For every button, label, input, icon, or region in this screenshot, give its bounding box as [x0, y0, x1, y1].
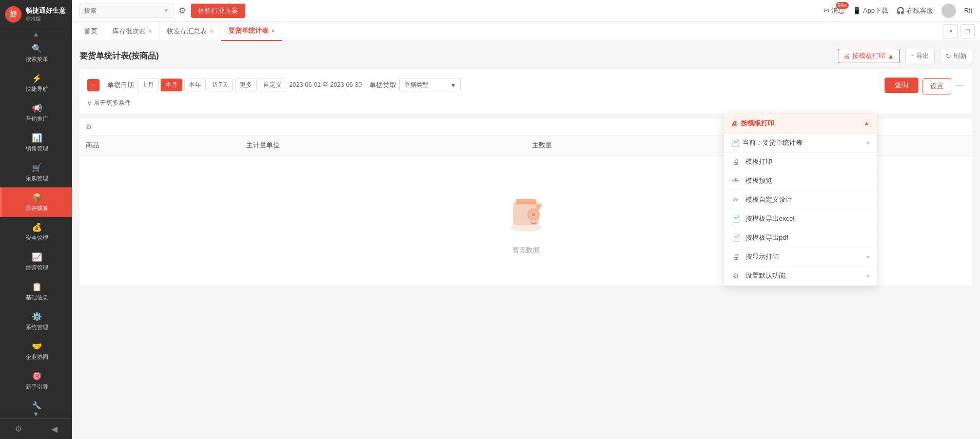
more-options-icon[interactable]: ⋯ [955, 80, 965, 91]
logo-text: 畅捷通好生意 标准版 [26, 6, 66, 23]
svg-point-8 [539, 203, 542, 206]
dropdown-header-actions: ▲ [864, 120, 870, 127]
display-print-item[interactable]: 🖨 按显示打印 ▾ [724, 247, 877, 266]
username-label: Rit [964, 7, 972, 14]
sidebar-item-marketing[interactable]: 📢 营销推广 [0, 98, 72, 128]
col-quantity: 主数量 [526, 136, 728, 156]
tab-maximize-btn[interactable]: □ [961, 24, 975, 39]
table-settings-icon[interactable]: ⚙ [86, 123, 92, 131]
sidebar-bottom: ⚙ ◀ [0, 418, 72, 439]
dropdown-header: 🖨 按模板打印 ▲ [724, 113, 877, 133]
filter-right-actions: 查询 设置 ⋯ [885, 75, 965, 94]
template-print-item[interactable]: 🖨 模板打印 [724, 152, 877, 171]
sidebar-scroll-down[interactable]: ▼ [0, 409, 72, 418]
app-download-btn[interactable]: 📱 App下载 [853, 6, 888, 15]
page-header: 要货单统计表(按商品) 🖨 按模板打印 ▲ ↑ 导出 ↻ 刷新 [80, 49, 972, 63]
export-btn[interactable]: ↑ 导出 [905, 49, 935, 63]
search-input[interactable] [84, 7, 161, 14]
trial-btn[interactable]: 体验行业方案 [191, 4, 245, 18]
page-content: 要货单统计表(按商品) 🖨 按模板打印 ▲ ↑ 导出 ↻ 刷新 [72, 41, 980, 439]
sidebar-item-inventory[interactable]: 📦 库存核算 [0, 187, 72, 217]
tab-batch-account-close[interactable]: × [149, 28, 152, 34]
default-func-icon: ⚙ [731, 272, 740, 280]
enterprise-icon: 🤝 [32, 341, 42, 351]
template-preview-icon: 👁 [731, 177, 740, 185]
date-this-year-btn[interactable]: 本年 [184, 79, 206, 91]
topbar-gear-icon[interactable]: ⚙ [179, 6, 186, 15]
tab-bar: 首页 库存批次账 × 收发存汇总表 × 要货单统计表 × × □ [72, 22, 980, 41]
date-range-label: 2023-06-01 至 2023-06-30 [289, 81, 362, 89]
filter-bar: › 单据日期 上月 本月 本年 近7天 更多 自定义 2023-06-01 至 … [80, 69, 972, 113]
sidebar-scroll-up[interactable]: ▲ [0, 29, 72, 39]
topbar-right: ✉ 消息 99+ 📱 App下载 🎧 在线客服 Rit [824, 4, 972, 18]
message-btn[interactable]: ✉ 消息 99+ [824, 6, 845, 15]
default-func-item[interactable]: ⚙ 设置默认功能 ▾ [724, 266, 877, 285]
search-dropdown-icon[interactable]: ▼ [164, 8, 169, 13]
display-print-icon: 🖨 [731, 253, 740, 261]
finance-icon: 💰 [32, 222, 42, 232]
refresh-btn[interactable]: ↻ 刷新 [940, 49, 972, 63]
sidebar-item-system[interactable]: ⚙️ 系统管理 [0, 307, 72, 336]
date-more-btn[interactable]: 更多 [235, 79, 257, 91]
topbar-search-box[interactable]: ▼ [80, 4, 173, 18]
tab-order-summary-label: 要货单统计表 [228, 26, 268, 35]
tab-receipt-summary[interactable]: 收发存汇总表 × [160, 22, 221, 41]
tab-home-label: 首页 [84, 27, 97, 36]
export-pdf-item[interactable]: 📄 按模板导出pdf [724, 228, 877, 247]
sidebar-item-enterprise[interactable]: 🤝 企业协同 [0, 336, 72, 366]
export-excel-item[interactable]: 📄 按模板导出excel [724, 209, 877, 228]
tabs-actions: × □ [944, 24, 980, 39]
sidebar-item-finance[interactable]: 💰 资金管理 [0, 217, 72, 247]
sales-icon: 📊 [32, 133, 42, 143]
date-custom-btn[interactable]: 自定义 [259, 79, 286, 91]
tab-close-window-btn[interactable]: × [944, 24, 958, 39]
current-item-arrow: ▾ [867, 140, 870, 146]
online-service-btn[interactable]: 🎧 在线客服 [896, 6, 933, 15]
doc-type-arrow: ▼ [450, 82, 456, 89]
sidebar-item-quick-nav[interactable]: ⚡ 快捷导航 [0, 68, 72, 98]
sidebar-item-newbie[interactable]: 🎯 新手引导 [0, 366, 72, 396]
refresh-icon: ↻ [946, 52, 951, 60]
sidebar-item-operation[interactable]: 📈 经营管理 [0, 247, 72, 277]
chevron-down-icon: ∨ [87, 100, 92, 107]
doc-type-select[interactable]: 单据类型 ▼ [399, 79, 461, 91]
tab-batch-account[interactable]: 库存批次账 × [105, 22, 160, 41]
dropdown-current-item[interactable]: 📄 当前：要货单统计表 ▾ [724, 133, 877, 152]
sidebar-item-apps[interactable]: 🔧 应用中心 [0, 396, 72, 409]
dropdown-collapse-arrow[interactable]: ▲ [864, 120, 870, 127]
settings-btn[interactable]: 设置 [923, 78, 951, 94]
filter-expand-icon[interactable]: › [87, 79, 100, 91]
sidebar-item-purchase[interactable]: 🛒 采购管理 [0, 158, 72, 187]
sidebar-item-basic[interactable]: 📋 基础信息 [0, 277, 72, 307]
tab-order-summary[interactable]: 要货单统计表 × [221, 22, 282, 41]
avatar[interactable] [942, 4, 956, 18]
tab-receipt-summary-close[interactable]: × [210, 28, 213, 34]
current-template-label: 当前：要货单统计表 [742, 138, 802, 147]
template-design-icon: ✏ [731, 196, 740, 204]
date-button-group: 上月 本月 本年 近7天 更多 自定义 [137, 79, 286, 91]
expand-conditions-btn[interactable]: ∨ 展开更多条件 [87, 99, 965, 107]
print-template-btn[interactable]: 🖨 按模板打印 ▲ [838, 49, 900, 63]
tab-order-summary-close[interactable]: × [271, 28, 275, 34]
sidebar-item-search[interactable]: 🔍 搜索菜单 [0, 39, 72, 68]
tab-home[interactable]: 首页 [77, 22, 105, 41]
filter-row-2: ∨ 展开更多条件 [87, 99, 965, 107]
app-icon: 📱 [853, 7, 861, 14]
filter-date: 单据日期 上月 本月 本年 近7天 更多 自定义 2023-06-01 至 20… [107, 79, 362, 91]
sidebar-item-sales[interactable]: 📊 销售管理 [0, 128, 72, 158]
date-7days-btn[interactable]: 近7天 [208, 79, 233, 91]
default-func-arrow: ▾ [867, 273, 870, 279]
template-design-item[interactable]: ✏ 模板自定义设计 [724, 190, 877, 209]
export-excel-icon: 📄 [731, 215, 740, 223]
template-preview-item[interactable]: 👁 模板预览 [724, 171, 877, 190]
system-icon: ⚙️ [32, 312, 42, 321]
settings-bottom-icon[interactable]: ⚙ [15, 424, 22, 434]
query-btn[interactable]: 查询 [885, 78, 918, 93]
collapse-icon[interactable]: ◀ [51, 424, 57, 434]
date-this-month-btn[interactable]: 本月 [161, 79, 182, 91]
col-unit: 主计量单位 [240, 136, 526, 156]
basic-icon: 📋 [32, 282, 42, 292]
date-last-month-btn[interactable]: 上月 [137, 79, 159, 91]
export-pdf-icon: 📄 [731, 234, 740, 242]
tab-batch-account-label: 库存批次账 [112, 27, 146, 36]
